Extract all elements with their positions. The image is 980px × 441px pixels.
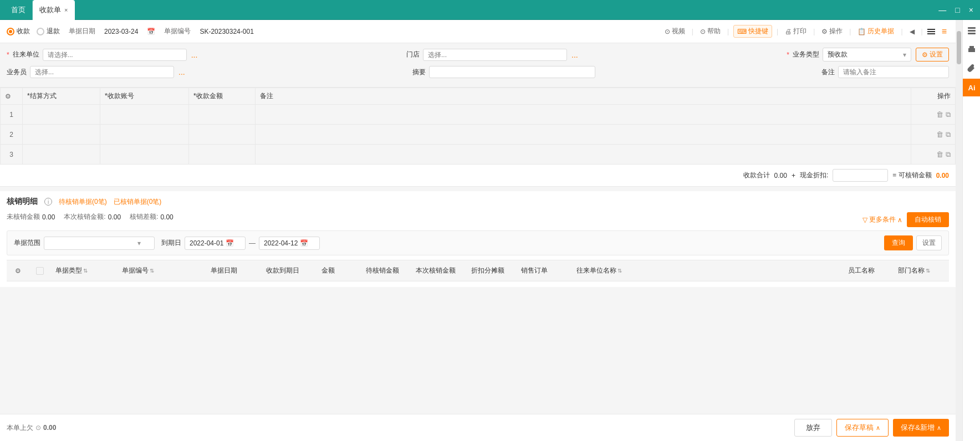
- sort-dept-icon[interactable]: ⇅: [926, 268, 930, 274]
- settlement-3[interactable]: [23, 145, 100, 165]
- row-num-2: 2: [1, 125, 23, 145]
- summary-field: 摘要: [412, 66, 595, 78]
- nav-tab-home[interactable]: 首页: [4, 0, 33, 20]
- delete-icon-3[interactable]: 🗑: [936, 150, 943, 158]
- counterpart-dots-btn[interactable]: ...: [190, 50, 199, 59]
- sidebar-ai-icon[interactable]: Ai: [963, 79, 980, 96]
- save-new-btn[interactable]: 保存&新增 ∧: [893, 419, 949, 437]
- range-select[interactable]: ▾: [44, 237, 155, 250]
- window-minimize-btn[interactable]: —: [936, 4, 948, 16]
- filter-row: 单据范围 ▾ 到期日 2022-04-01 📅 — 2022-04-12 📅: [7, 230, 949, 255]
- settings-btn[interactable]: ⚙ 设置: [916, 48, 949, 61]
- store-input[interactable]: [423, 49, 567, 61]
- help-btn[interactable]: ⊙ 帮助: [698, 25, 723, 37]
- window-restore-btn[interactable]: □: [953, 4, 962, 16]
- th-gear: ⚙: [1, 88, 23, 105]
- copy-icon-3[interactable]: ⧉: [946, 150, 951, 159]
- th-gear-icon[interactable]: ⚙: [15, 267, 21, 275]
- total-value: 0.00: [774, 172, 787, 180]
- range-label: 单据范围: [14, 238, 40, 248]
- summary-label: 摘要: [412, 68, 426, 77]
- gear-icon: ⚙: [922, 51, 928, 59]
- account-3[interactable]: [100, 145, 189, 165]
- save-draft-label: 保存草稿: [845, 423, 874, 433]
- pending-tab[interactable]: 待核销单据(0笔): [59, 197, 107, 207]
- salesperson-label: 业务员: [7, 68, 27, 77]
- calendar-from-icon[interactable]: 📅: [226, 239, 234, 247]
- filter-settings-btn[interactable]: 设置: [916, 235, 942, 250]
- operations-btn[interactable]: ⚙ 操作: [819, 25, 845, 37]
- settlement-1[interactable]: [23, 105, 100, 125]
- auto-verify-btn[interactable]: 自动核销: [907, 212, 949, 227]
- copy-icon-2[interactable]: ⧉: [946, 130, 951, 139]
- salesperson-dots-btn[interactable]: ...: [177, 68, 186, 76]
- discount-input[interactable]: [833, 169, 888, 182]
- done-tab[interactable]: 已核销单据(0笔): [114, 197, 162, 207]
- summary-input[interactable]: [429, 66, 595, 78]
- amount-3[interactable]: [189, 145, 256, 165]
- sort-bill-type-icon[interactable]: ⇅: [83, 268, 88, 274]
- action-2: 🗑 ⧉: [911, 125, 956, 145]
- calendar-to-icon[interactable]: 📅: [300, 239, 308, 247]
- date-separator: —: [249, 239, 256, 247]
- radio-tuikuan[interactable]: 退款: [37, 27, 60, 36]
- amount-2[interactable]: [189, 125, 256, 145]
- salesperson-input[interactable]: [30, 66, 174, 78]
- remark-label: 备注: [821, 68, 835, 77]
- settlement-2[interactable]: [23, 125, 100, 145]
- remark-3[interactable]: [256, 145, 911, 165]
- info-icon[interactable]: i: [44, 198, 52, 206]
- video-btn[interactable]: ⊙ 视频: [662, 25, 687, 37]
- table-area: ⚙ *结算方式 *收款账号 *收款金额 备注 操作 1: [0, 88, 956, 165]
- sort-bill-no-icon[interactable]: ⇅: [150, 268, 154, 274]
- store-dots-btn[interactable]: ...: [570, 50, 579, 59]
- remark-2[interactable]: [256, 125, 911, 145]
- delete-icon-2[interactable]: 🗑: [936, 130, 943, 139]
- current-label: 本次核销金额:: [64, 212, 105, 222]
- save-draft-btn[interactable]: 保存草稿 ∧: [836, 419, 889, 437]
- print-btn[interactable]: 🖨 打印: [783, 25, 809, 37]
- biz-type-dropdown[interactable]: 预收款 ▾: [823, 48, 911, 61]
- summary-row: 收款合计 0.00 + 现金折扣: = 可核销金额 0.00: [0, 165, 956, 187]
- table-gear-icon[interactable]: ⚙: [5, 93, 11, 100]
- shortcut-btn[interactable]: ⌨ 快捷键: [733, 25, 772, 38]
- date-from-input[interactable]: 2022-04-01 📅: [185, 237, 246, 250]
- sort-counterpart-icon[interactable]: ⇅: [617, 268, 622, 274]
- sidebar-table-icon[interactable]: [963, 22, 980, 40]
- this-doc-label: 本单上欠: [7, 423, 33, 433]
- date-to-input[interactable]: 2022-04-12 📅: [259, 237, 320, 250]
- row-num-1: 1: [1, 105, 23, 125]
- expand-icon[interactable]: ≡: [940, 25, 949, 38]
- sidebar-attach-icon[interactable]: [963, 60, 980, 78]
- filter-icon: ▽: [862, 216, 867, 224]
- query-btn[interactable]: 查询: [884, 235, 913, 250]
- counterpart-input[interactable]: [43, 49, 187, 61]
- scroll-thumb[interactable]: [957, 31, 961, 64]
- calendar-icon[interactable]: 📅: [147, 28, 155, 35]
- biz-type-label: 业务类型: [793, 50, 819, 59]
- salesperson-field: 业务员 ...: [7, 66, 186, 78]
- window-close-btn[interactable]: ×: [967, 4, 976, 16]
- this-doc-icon[interactable]: ⊙: [35, 424, 41, 432]
- radio-dot-shoukuan: [7, 28, 14, 35]
- range-field: 单据范围 ▾: [14, 237, 155, 250]
- close-tab-btn[interactable]: ×: [64, 7, 68, 13]
- filter-actions: 查询 设置: [884, 235, 942, 250]
- select-all-checkbox[interactable]: [36, 267, 44, 275]
- nav-tab-active[interactable]: 收款单 ×: [33, 0, 75, 20]
- history-btn[interactable]: 📋 历史单据: [855, 25, 896, 37]
- amount-1[interactable]: [189, 105, 256, 125]
- prev-btn[interactable]: ◀: [907, 27, 917, 37]
- copy-icon-1[interactable]: ⧉: [946, 110, 951, 119]
- more-conditions-btn[interactable]: ▽ 更多条件 ∧: [862, 215, 902, 224]
- discard-btn[interactable]: 放弃: [794, 419, 832, 437]
- menu-lines-icon[interactable]: [927, 29, 935, 34]
- remark-1[interactable]: [256, 105, 911, 125]
- delete-icon-1[interactable]: 🗑: [936, 110, 943, 119]
- toolbar: 收款 退款 单据日期 2023-03-24 📅 单据编号 SK-20230324…: [0, 20, 956, 43]
- account-1[interactable]: [100, 105, 189, 125]
- remark-input[interactable]: [838, 66, 949, 78]
- sidebar-print-icon[interactable]: [963, 41, 980, 59]
- account-2[interactable]: [100, 125, 189, 145]
- radio-shoukuan[interactable]: 收款: [7, 27, 30, 36]
